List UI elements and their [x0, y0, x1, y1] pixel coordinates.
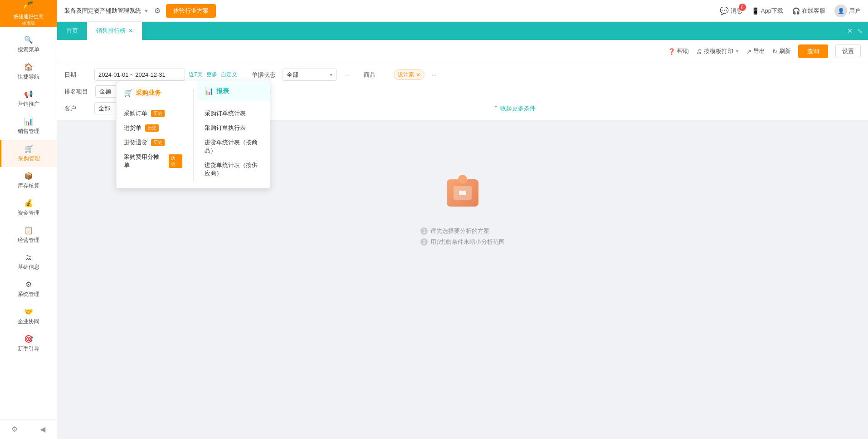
sidebar-label-inventory: 库存核算	[18, 182, 39, 190]
message-icon: 💬	[720, 6, 729, 15]
tab-close-icon[interactable]: ✕	[128, 28, 133, 34]
dropdown-item-purchase-order-exec[interactable]: 采购订单执行表	[205, 121, 263, 135]
print-icon: 🖨	[696, 48, 702, 55]
hint-2: 2 用[过滤]条件来缩小分析范围	[420, 237, 504, 247]
app-download-label: App下载	[761, 7, 783, 15]
sidebar-item-purchase[interactable]: 🛒 采购管理	[0, 140, 57, 167]
user-item[interactable]: 👤 用户	[834, 5, 861, 17]
sidebar-item-system[interactable]: ⚙ 系统管理	[0, 276, 57, 303]
purchase-expense-history-badge: 历史	[169, 154, 182, 168]
help-button[interactable]: ❓ 帮助	[668, 47, 689, 55]
sidebar-label-basic-info: 基础信息	[18, 263, 39, 271]
folder-icon: 🗂	[25, 253, 32, 261]
tab-bar-right: ✕ ⤡	[847, 27, 868, 35]
sidebar-label-sales: 销售管理	[18, 128, 39, 135]
date-filter-label: 日期	[64, 71, 87, 79]
sidebar-label-enterprise: 企业协同	[18, 318, 39, 326]
date-range: 近7天 更多 自定义	[94, 69, 237, 81]
sidebar-item-sales[interactable]: 📊 销售管理	[0, 113, 57, 140]
gear-icon: ⚙	[25, 280, 32, 289]
collapse-label: 收起更多条件	[500, 104, 536, 113]
export-button[interactable]: ↗ 导出	[746, 47, 765, 55]
shortcut-7days[interactable]: 近7天	[189, 71, 203, 79]
shortcut-custom[interactable]: 自定义	[221, 71, 237, 79]
doc-status-select[interactable]: 全部	[283, 69, 337, 81]
dropdown-item-purchase-order-stat[interactable]: 采购订单统计表	[205, 106, 263, 121]
sidebar-item-guide[interactable]: 🎯 新手引导	[0, 330, 57, 357]
dropdown-columns: 🛒 采购业务 采购订单 历史 进货单 历史 进货退货	[124, 89, 263, 181]
goods-tag-remove[interactable]: ✕	[416, 72, 420, 78]
print-dropdown-icon: ▼	[735, 49, 739, 54]
collapse-icon: ⌃	[493, 105, 498, 112]
refresh-icon: ↻	[772, 48, 777, 55]
megaphone-icon: 📢	[24, 90, 33, 99]
doc-status-select-wrapper: 全部	[283, 69, 337, 81]
home-icon: 🏠	[24, 63, 33, 71]
sidebar-nav: 🔍 搜索菜单 🏠 快捷导航 📢 营销推广 📊 销售管理 🛒 采购管理 📦 库存核…	[0, 27, 57, 419]
tab-close-window-icon[interactable]: ✕	[847, 27, 853, 35]
query-button[interactable]: 查询	[798, 44, 828, 58]
hint-1-text: 请先选择要分析的方案	[430, 226, 489, 237]
dropdown-item-inbound-stat-goods[interactable]: 进货单统计表（按商品）	[205, 135, 263, 158]
settings-bottom-icon[interactable]: ⚙	[11, 425, 18, 434]
goods-more[interactable]: ···	[432, 71, 437, 78]
sidebar-item-finance[interactable]: 💰 资金管理	[0, 194, 57, 222]
sidebar-label-system: 系统管理	[18, 291, 39, 298]
sidebar-item-basic-info[interactable]: 🗂 基础信息	[0, 249, 57, 276]
purchase-col: 🛒 采购业务 采购订单 历史 进货单 历史 进货退货	[124, 89, 182, 181]
tab-home-label: 首页	[66, 27, 78, 35]
hint-2-text: 用[过滤]条件来缩小分析范围	[430, 237, 504, 247]
collapse-sidebar-icon[interactable]: ◀	[40, 425, 45, 434]
refresh-button[interactable]: ↻ 刷新	[772, 47, 791, 55]
sidebar-item-operations[interactable]: 📋 经营管理	[0, 222, 57, 249]
industry-plan-button[interactable]: 体验行业方案	[166, 4, 216, 18]
tab-home[interactable]: 首页	[57, 22, 87, 40]
inbound-stat-goods-label: 进货单统计表（按商品）	[205, 138, 263, 155]
date-input[interactable]	[94, 69, 185, 81]
sidebar-bottom: ⚙ ◀	[0, 419, 57, 439]
help-icon: ❓	[668, 48, 675, 55]
tabbar: 首页 销售排行榜 ✕ ✕ ⤡	[57, 22, 868, 40]
collapse-btn[interactable]: ⌃ 收起更多条件	[493, 104, 536, 113]
purchase-order-stat-label: 采购订单统计表	[205, 109, 246, 118]
sidebar-item-inventory[interactable]: 📦 库存核算	[0, 167, 57, 194]
help-label: 帮助	[677, 47, 689, 55]
dropdown-item-purchase-expense[interactable]: 采购费用分摊单 历史	[124, 150, 182, 173]
avatar: 👤	[834, 5, 847, 17]
shortcut-more[interactable]: 更多	[206, 71, 217, 79]
export-label: 导出	[753, 47, 765, 55]
dropdown-divider	[193, 89, 194, 181]
dropdown-item-purchase-order[interactable]: 采购订单 历史	[124, 106, 182, 121]
settings-button[interactable]: 设置	[835, 44, 861, 58]
tab-maximize-icon[interactable]: ⤡	[857, 27, 863, 35]
doc-status-more[interactable]: ···	[344, 71, 349, 78]
inbound-return-history-badge: 历史	[151, 139, 165, 146]
online-service-item[interactable]: 🎧 在线客服	[792, 7, 825, 15]
topbar-settings-icon[interactable]: ⚙	[154, 6, 161, 15]
customer-label: 客户	[64, 104, 87, 113]
box-icon: 📦	[24, 172, 33, 180]
rank-item-label: 排名项目	[64, 88, 88, 96]
sidebar-item-enterprise[interactable]: 🤝 企业协同	[0, 303, 57, 330]
dropdown-item-inbound-return[interactable]: 进货退货 历史	[124, 135, 182, 150]
search-icon: 🔍	[24, 35, 33, 44]
sidebar-item-search[interactable]: 🔍 搜索菜单	[0, 31, 57, 58]
sidebar: 🍊 畅捷通好生意 标准版 🔍 搜索菜单 🏠 快捷导航 📢 营销推广 📊 销售管理…	[0, 0, 57, 439]
inbound-history-badge: 历史	[145, 124, 159, 132]
dropdown-item-inbound-stat-supplier[interactable]: 进货单统计表（按供应商）	[205, 158, 263, 181]
money-icon: 💰	[24, 199, 33, 207]
app-download-item[interactable]: 📱 App下载	[751, 7, 783, 15]
purchase-col-header-text: 采购业务	[136, 89, 161, 97]
purchase-order-history-badge: 历史	[151, 110, 165, 117]
sidebar-item-quick-nav[interactable]: 🏠 快捷导航	[0, 58, 57, 85]
inbound-return-label: 进货退货	[124, 138, 147, 147]
tab-sales-rank[interactable]: 销售排行榜 ✕	[87, 22, 142, 40]
report-col-header: 📊 报表	[197, 81, 270, 101]
chart-icon: 📊	[24, 117, 33, 126]
filter-row-1: 日期 近7天 更多 自定义 单据状态 全部 ··· 商品 设计素 ✕	[64, 69, 861, 81]
dropdown-item-inbound[interactable]: 进货单 历史	[124, 121, 182, 135]
sidebar-item-marketing[interactable]: 📢 营销推广	[0, 85, 57, 113]
sidebar-label-marketing: 营销推广	[18, 100, 39, 108]
notification-item[interactable]: 💬 6 消息	[720, 6, 742, 15]
print-button[interactable]: 🖨 按模板打印 ▼	[696, 47, 739, 55]
